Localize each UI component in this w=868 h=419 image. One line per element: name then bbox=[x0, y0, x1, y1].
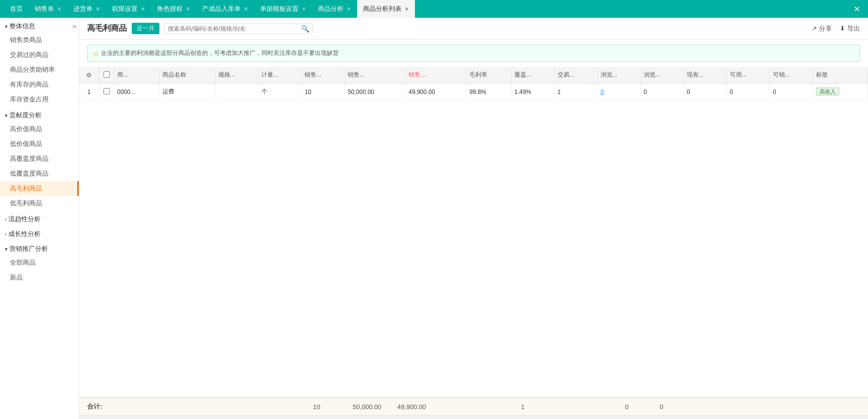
close-permissions-icon[interactable]: ✕ bbox=[141, 6, 145, 12]
info-banner: ◇ 企业的主要的利润都是这部分商品创造的，可考虑加大推广，同时关注库存是不要出现… bbox=[87, 45, 860, 62]
cell-views1[interactable]: 0 bbox=[597, 84, 640, 100]
cell-sales-profit: 49,900.00 bbox=[406, 84, 466, 100]
col-checkbox[interactable] bbox=[99, 67, 114, 84]
export-button[interactable]: ⬇ 导出 bbox=[840, 24, 860, 33]
footer-sales-count: 10 bbox=[310, 403, 350, 411]
sidebar-group-growth[interactable]: › 成长性分析 bbox=[0, 226, 79, 240]
sidebar-item-category-sales-rate[interactable]: 商品分类助销率 bbox=[0, 62, 79, 77]
cell-trade: 1 bbox=[554, 84, 597, 100]
close-analysis-icon[interactable]: ✕ bbox=[347, 6, 351, 12]
row-checkbox[interactable] bbox=[103, 88, 110, 94]
share-button[interactable]: ↗ 分享 bbox=[812, 24, 832, 33]
sidebar-group-marketing[interactable]: ▾ 营销推广分析 bbox=[0, 240, 79, 255]
nav-roles[interactable]: 角色授权 ✕ bbox=[151, 0, 196, 18]
close-roles-icon[interactable]: ✕ bbox=[186, 6, 190, 12]
footer-cells: 10 50,000.00 49,900.00 1 0 0 bbox=[112, 403, 860, 411]
nav-permissions[interactable]: 权限设置 ✕ bbox=[106, 0, 151, 18]
footer-coverage bbox=[478, 403, 518, 411]
nav-analysis-list[interactable]: 商品分析列表 ✕ bbox=[357, 0, 415, 18]
cell-checkbox[interactable] bbox=[99, 84, 114, 100]
cell-spec bbox=[215, 84, 258, 100]
sidebar-group-trend[interactable]: › 流趋性分析 bbox=[0, 211, 79, 226]
sidebar-item-low-value[interactable]: 低价值商品 bbox=[0, 137, 79, 151]
search-icon[interactable]: 🔍 bbox=[301, 25, 309, 33]
col-trade[interactable]: 交易... bbox=[554, 67, 597, 84]
sidebar-item-high-coverage[interactable]: 高覆盖度商品 bbox=[0, 151, 79, 166]
footer-available-stock: 0 bbox=[657, 403, 691, 411]
footer-cell-empty5 bbox=[241, 403, 280, 411]
main-layout: « ▾ 整体信息 销售类商品 交易过的商品 商品分类助销率 有库存的商品 库存资… bbox=[0, 18, 868, 419]
sidebar-item-high-margin[interactable]: 高毛利商品 bbox=[0, 181, 79, 196]
sidebar-item-low-margin[interactable]: 低毛利商品 bbox=[0, 196, 79, 211]
col-code[interactable]: 商... bbox=[114, 67, 159, 84]
nav-finished[interactable]: 产成品入库单 ✕ bbox=[196, 0, 254, 18]
col-unit[interactable]: 计量... bbox=[258, 67, 302, 84]
content-header: 高毛利商品 近一月 🔍 ↗ 分享 ⬇ 导出 bbox=[79, 18, 868, 40]
col-sales-amount[interactable]: 销售... bbox=[345, 67, 406, 84]
close-purchase-icon[interactable]: ✕ bbox=[96, 6, 100, 12]
col-coverage[interactable]: 覆盖... bbox=[511, 67, 554, 84]
sidebar-item-all-goods[interactable]: 全部商品 bbox=[0, 255, 79, 270]
footer-views1 bbox=[553, 403, 587, 411]
col-available-stock[interactable]: 可用... bbox=[726, 67, 769, 84]
select-all-checkbox[interactable] bbox=[103, 71, 110, 78]
cell-current-stock: 0 bbox=[683, 84, 726, 100]
col-views2[interactable]: 浏览... bbox=[640, 67, 683, 84]
close-template-icon[interactable]: ✕ bbox=[302, 6, 306, 12]
nav-analysis[interactable]: 商品分析 ✕ bbox=[312, 0, 357, 18]
info-icon: ◇ bbox=[94, 50, 98, 57]
footer-cell-empty3 bbox=[147, 403, 181, 411]
col-sales-count[interactable]: 销售... bbox=[302, 67, 345, 84]
cell-coverage: 1.49% bbox=[511, 84, 554, 100]
footer-cell-empty6 bbox=[280, 403, 310, 411]
search-input[interactable] bbox=[168, 25, 301, 32]
sidebar: « ▾ 整体信息 销售类商品 交易过的商品 商品分类助销率 有库存的商品 库存资… bbox=[0, 18, 79, 419]
sidebar-item-stock-capital[interactable]: 库存资金占用 bbox=[0, 92, 79, 107]
sidebar-group-contribution[interactable]: ▾ 贡献度分析 bbox=[0, 107, 79, 122]
col-gross-margin[interactable]: 毛利率 bbox=[466, 67, 511, 84]
col-spec[interactable]: 规格... bbox=[215, 67, 258, 84]
cell-saleable-stock: 0 bbox=[769, 84, 813, 100]
nav-sales[interactable]: 销售单 ✕ bbox=[29, 0, 67, 18]
sidebar-item-in-stock-goods[interactable]: 有库存的商品 bbox=[0, 77, 79, 92]
col-views1[interactable]: 浏览... bbox=[597, 67, 640, 84]
close-window-button[interactable]: ✕ bbox=[850, 4, 864, 14]
sidebar-item-new-goods[interactable]: 新品 bbox=[0, 270, 79, 285]
sidebar-group-overall[interactable]: ▾ 整体信息 bbox=[0, 18, 79, 33]
nav-home[interactable]: 首页 bbox=[4, 0, 29, 18]
table-header-row: ⚙ 商... 商品名称 规格... 计量... 销售... 销售... 销售..… bbox=[79, 67, 868, 84]
close-sales-icon[interactable]: ✕ bbox=[57, 6, 61, 12]
sidebar-item-sales-goods[interactable]: 销售类商品 bbox=[0, 33, 79, 47]
close-finished-icon[interactable]: ✕ bbox=[244, 6, 248, 12]
sidebar-item-low-coverage[interactable]: 低覆盖度商品 bbox=[0, 166, 79, 181]
top-navigation: 首页 销售单 ✕ 进货单 ✕ 权限设置 ✕ 角色授权 ✕ 产成品入库单 ✕ 单据… bbox=[0, 0, 868, 18]
nav-template[interactable]: 单据模板设置 ✕ bbox=[254, 0, 312, 18]
sidebar-item-traded-goods[interactable]: 交易过的商品 bbox=[0, 47, 79, 62]
footer-gross-margin bbox=[439, 403, 478, 411]
nav-purchase[interactable]: 进货单 ✕ bbox=[67, 0, 106, 18]
col-sales-profit[interactable]: 销售... bbox=[406, 67, 466, 84]
export-icon: ⬇ bbox=[840, 25, 845, 32]
cell-name: 运费 bbox=[159, 84, 215, 100]
close-analysis-list-icon[interactable]: ✕ bbox=[405, 6, 409, 12]
table-row: 1 0000... 运费 个 10 50,000.00 49,900.00 99… bbox=[79, 84, 868, 100]
filter-recent-month-button[interactable]: 近一月 bbox=[132, 23, 159, 34]
cell-tag: 高收入 bbox=[813, 84, 868, 100]
cell-sales-count: 10 bbox=[302, 84, 345, 100]
content-area: 高毛利商品 近一月 🔍 ↗ 分享 ⬇ 导出 ◇ 企业的主要的利润都是这部分商品创… bbox=[79, 18, 868, 419]
col-settings[interactable]: ⚙ bbox=[79, 67, 99, 84]
table-container: ⚙ 商... 商品名称 规格... 计量... 销售... 销售... 销售..… bbox=[79, 67, 868, 397]
arrow-contribution-icon: ▾ bbox=[5, 113, 7, 118]
arrow-trend-icon: › bbox=[5, 217, 6, 222]
col-tag[interactable]: 标签 bbox=[813, 67, 868, 84]
arrow-overall-icon: ▾ bbox=[5, 24, 7, 29]
col-name[interactable]: 商品名称 bbox=[159, 67, 215, 84]
arrow-growth-icon: › bbox=[5, 232, 6, 237]
sidebar-collapse-button[interactable]: « bbox=[70, 20, 79, 33]
tag-badge: 高收入 bbox=[816, 88, 839, 95]
col-saleable-stock[interactable]: 可销... bbox=[769, 67, 813, 84]
sidebar-item-high-value[interactable]: 高价值商品 bbox=[0, 122, 79, 137]
col-current-stock[interactable]: 现有... bbox=[683, 67, 726, 84]
horizontal-scrollbar[interactable] bbox=[79, 415, 868, 419]
footer-cell-empty1 bbox=[112, 403, 132, 411]
